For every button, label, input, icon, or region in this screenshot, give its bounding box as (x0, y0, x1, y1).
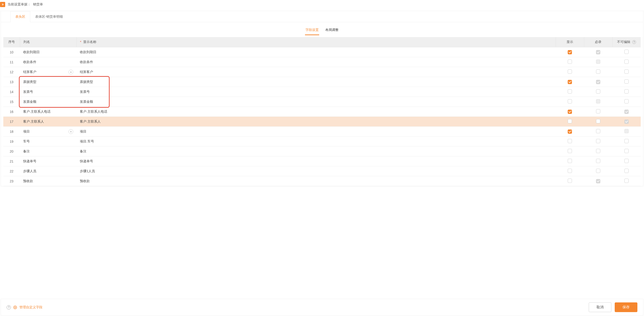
col-display: * 显示名称 (76, 37, 556, 47)
required-checkbox[interactable] (596, 149, 600, 153)
row-name: 备注 (20, 146, 76, 156)
row-display-name[interactable]: 结算客户 (76, 67, 556, 77)
table-row: 13票据类型票据类型 (3, 77, 641, 87)
row-name: 收款条件 (20, 57, 76, 67)
row-display-name[interactable]: 项目 (76, 127, 556, 136)
row-idx: 22 (3, 166, 20, 176)
show-checkbox[interactable] (568, 70, 572, 74)
row-display-name[interactable]: 发票金额 (76, 97, 556, 107)
row-name: 项目+ (20, 127, 76, 136)
row-idx: 12 (3, 67, 20, 77)
table-row: 23预收款预收款 (3, 176, 641, 186)
table-row: 18项目+项目 (3, 127, 641, 136)
required-checkbox[interactable] (596, 139, 600, 143)
show-checkbox[interactable] (568, 50, 572, 54)
show-checkbox[interactable] (568, 130, 572, 134)
col-readonly: 不可编辑 ? (612, 37, 641, 47)
table-row: 21快递单号快递单号 (3, 156, 641, 166)
readonly-checkbox[interactable] (624, 99, 629, 104)
section-tabs: 表头区表体区-销货单明细 (1, 11, 643, 22)
required-checkbox[interactable] (596, 109, 600, 114)
table-row: 19车号项目.车号 (3, 136, 641, 146)
row-idx: 14 (3, 87, 20, 97)
row-display-name[interactable]: 客户.主联系人 (76, 117, 556, 127)
row-name: 车号 (20, 136, 76, 146)
col-name: 列名 (20, 37, 76, 47)
readonly-checkbox[interactable] (624, 80, 629, 84)
row-name: 票据类型 (20, 77, 76, 87)
required-checkbox[interactable] (596, 70, 600, 74)
topbar-label: 当前设置单据： (8, 2, 31, 6)
show-checkbox[interactable] (568, 110, 572, 114)
section-tab-0[interactable]: 表头区 (10, 11, 30, 22)
show-checkbox[interactable] (568, 99, 572, 104)
row-display-name[interactable]: 票据类型 (76, 77, 556, 87)
required-checkbox[interactable] (596, 89, 600, 94)
required-checkbox[interactable] (596, 129, 600, 133)
topbar-doc: 销货单 (33, 2, 43, 6)
row-display-name[interactable]: 预收款 (76, 176, 556, 186)
show-checkbox[interactable] (568, 80, 572, 84)
readonly-checkbox[interactable] (624, 70, 629, 74)
row-name: 客户.主联系人 (20, 117, 76, 127)
required-star-icon: * (80, 40, 81, 44)
fields-tbody: 10收款到期日收款到期日11收款条件收款条件12结算客户+结算客户13票据类型票… (3, 47, 641, 186)
sub-tabs: 字段设置布局调整 (1, 22, 643, 35)
row-idx: 11 (3, 57, 20, 67)
row-display-name[interactable]: 快递单号 (76, 156, 556, 166)
readonly-checkbox[interactable] (624, 149, 629, 153)
required-checkbox[interactable] (596, 119, 600, 123)
show-checkbox[interactable] (568, 178, 572, 183)
readonly-checkbox[interactable] (624, 178, 629, 183)
col-required: 必录 (584, 37, 612, 47)
row-name: 发票号 (20, 87, 76, 97)
row-idx: 21 (3, 156, 20, 166)
sub-tab-1[interactable]: 布局调整 (325, 26, 339, 35)
row-idx: 15 (3, 97, 20, 107)
row-display-name[interactable]: 备注 (76, 146, 556, 156)
add-child-icon[interactable]: + (68, 70, 73, 74)
show-checkbox[interactable] (568, 159, 572, 163)
show-checkbox[interactable] (568, 89, 572, 94)
readonly-checkbox[interactable] (624, 89, 629, 94)
row-display-name[interactable]: 项目.车号 (76, 136, 556, 146)
readonly-checkbox[interactable] (624, 139, 629, 143)
readonly-checkbox (624, 110, 629, 114)
table-row: 11收款条件收款条件 (3, 57, 641, 67)
row-display-name[interactable]: 收款到期日 (76, 47, 556, 57)
row-idx: 23 (3, 176, 20, 186)
collapse-sidebar-icon[interactable] (0, 2, 5, 7)
row-display-name[interactable]: 客户.主联系人电话 (76, 107, 556, 117)
row-name: 步骤人员 (20, 166, 76, 176)
table-row: 16客户.主联系人电话客户.主联系人电话 (3, 107, 641, 117)
required-checkbox[interactable] (596, 159, 600, 163)
add-child-icon[interactable]: + (68, 129, 73, 134)
row-idx: 20 (3, 146, 20, 156)
row-display-name[interactable]: 收款条件 (76, 57, 556, 67)
row-display-name[interactable]: 步骤1人员 (76, 166, 556, 176)
show-checkbox[interactable] (568, 139, 572, 143)
show-checkbox[interactable] (568, 60, 572, 64)
row-idx: 13 (3, 77, 20, 87)
row-display-name[interactable]: 发票号 (76, 87, 556, 97)
required-checkbox (596, 80, 600, 84)
topbar: 当前设置单据： 销货单 (0, 0, 644, 11)
row-name: 客户.主联系人电话 (20, 107, 76, 117)
readonly-checkbox[interactable] (624, 60, 629, 64)
help-icon[interactable]: ? (632, 40, 636, 44)
show-checkbox[interactable] (568, 119, 572, 123)
col-idx: 序号 (3, 37, 20, 47)
sub-tab-0[interactable]: 字段设置 (305, 26, 319, 35)
required-checkbox[interactable] (596, 169, 600, 173)
readonly-checkbox[interactable] (624, 50, 629, 54)
show-checkbox[interactable] (568, 149, 572, 153)
show-checkbox[interactable] (568, 169, 572, 173)
table-row: 20备注备注 (3, 146, 641, 156)
row-idx: 16 (3, 107, 20, 117)
section-tab-1[interactable]: 表体区-销货单明细 (30, 11, 68, 22)
table-row: 14发票号发票号 (3, 87, 641, 97)
readonly-checkbox (624, 120, 629, 124)
table-container: 序号 列名 * 显示名称 显示 必录 不可编辑 ? 10 (1, 35, 643, 186)
readonly-checkbox[interactable] (624, 169, 629, 173)
readonly-checkbox[interactable] (624, 159, 629, 163)
